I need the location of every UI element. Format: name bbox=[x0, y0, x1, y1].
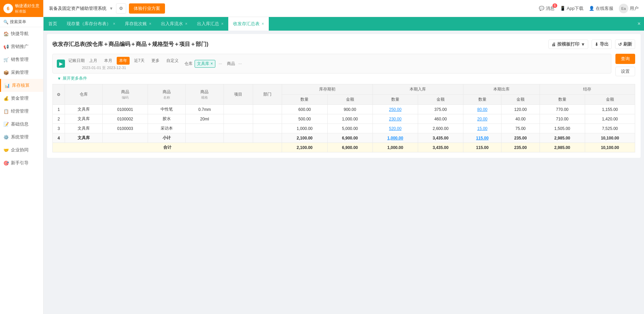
sidebar-item-operation[interactable]: 📋 经营管理 bbox=[0, 105, 43, 118]
page-title-row: 收发存汇总表(按仓库＋商品编码＋商品＋规格型号＋项目＋部门) 🖨 按模板打印 ▼… bbox=[52, 39, 635, 49]
tab-flow[interactable]: 出入库流水 × bbox=[156, 17, 192, 31]
table-row: 4文具库小计2,100.006,900.001,000.003,435.0011… bbox=[53, 133, 635, 143]
goods-more-btn[interactable]: ··· bbox=[237, 61, 243, 67]
row-settings: 4 bbox=[53, 133, 65, 143]
inventory-icon: 📊 bbox=[4, 83, 10, 88]
tab-close-batch-account[interactable]: × bbox=[149, 21, 151, 26]
user-menu[interactable]: Ea 用户 bbox=[619, 4, 639, 13]
query-section: 查询 设置 bbox=[615, 54, 635, 76]
tab-home[interactable]: 首页 bbox=[44, 17, 62, 31]
row-balance-qty: 2,985.00 bbox=[540, 133, 585, 143]
guide-icon: 🎯 bbox=[3, 160, 9, 166]
row-opening-amt: 5,000.00 bbox=[327, 124, 373, 133]
row-balance-qty: 1,505.00 bbox=[540, 124, 585, 133]
sidebar-item-system[interactable]: ⚙️ 系统管理 bbox=[0, 131, 43, 144]
date-btn-7days[interactable]: 近7天 bbox=[132, 57, 147, 65]
row-goods-spec: 0.7mm bbox=[185, 105, 224, 114]
sidebar-item-guide[interactable]: 🎯 新手引导 bbox=[0, 156, 43, 169]
sidebar-item-sales[interactable]: 🛒 销售管理 bbox=[0, 53, 43, 66]
tab-stock-distribution[interactable]: 现存量（库存分布表） × bbox=[62, 17, 120, 31]
query-button[interactable]: 查询 bbox=[615, 54, 635, 64]
row-balance-amt: 7,525.00 bbox=[585, 124, 635, 133]
row-out-qty[interactable]: 80.00 bbox=[463, 105, 501, 114]
warehouse-more-btn[interactable]: ··· bbox=[217, 61, 224, 67]
footer-opening-amt: 6,900.00 bbox=[327, 143, 373, 152]
row-in-qty[interactable]: 1,000.00 bbox=[373, 133, 418, 143]
sidebar-item-enterprise[interactable]: 🤝 企业协同 bbox=[0, 144, 43, 156]
row-in-qty[interactable]: 250.00 bbox=[373, 105, 418, 114]
row-goods-name: 采访本 bbox=[148, 124, 185, 133]
th-out-amt: 金额 bbox=[501, 95, 540, 105]
settings-button[interactable]: ⚙ bbox=[116, 3, 126, 14]
row-balance-amt: 1,420.00 bbox=[585, 114, 635, 124]
row-goods-name: 小计 bbox=[148, 133, 185, 143]
row-out-qty[interactable]: 15.00 bbox=[463, 124, 501, 133]
online-service-button[interactable]: 👤 在线客服 bbox=[589, 5, 613, 12]
sidebar-item-inventory[interactable]: 📊 库存核算 bbox=[0, 79, 43, 92]
tab-close-receipt-summary[interactable]: × bbox=[262, 21, 264, 26]
tab-receipt-summary[interactable]: 收发存汇总表 × bbox=[228, 17, 269, 31]
footer-in-qty: 1,000.00 bbox=[373, 143, 418, 152]
row-out-qty[interactable]: 115.00 bbox=[463, 133, 501, 143]
th-project: 项目 bbox=[224, 84, 253, 105]
app-download-button[interactable]: 📱 App下载 bbox=[560, 5, 583, 12]
row-settings: 3 bbox=[53, 124, 65, 133]
row-out-qty[interactable]: 20.00 bbox=[463, 114, 501, 124]
filter-toggle-button[interactable]: ▶ bbox=[57, 60, 65, 68]
row-goods-code: 0100001 bbox=[102, 105, 148, 114]
sidebar-item-finance[interactable]: 💰 资金管理 bbox=[0, 92, 43, 105]
date-btn-more[interactable]: 更多 bbox=[149, 57, 162, 65]
page-content: 收发存汇总表(按仓库＋商品编码＋商品＋规格型号＋项目＋部门) 🖨 按模板打印 ▼… bbox=[44, 31, 644, 314]
tab-close-summary[interactable]: × bbox=[221, 21, 224, 26]
page-panel: 收发存汇总表(按仓库＋商品编码＋商品＋规格型号＋项目＋部门) 🖨 按模板打印 ▼… bbox=[47, 34, 641, 158]
date-btn-this-year[interactable]: 本年 bbox=[117, 57, 130, 65]
tab-close-flow[interactable]: × bbox=[185, 21, 187, 26]
row-goods-name: 中性笔 bbox=[148, 105, 185, 114]
row-in-qty[interactable]: 230.00 bbox=[373, 114, 418, 124]
row-balance-amt: 10,100.00 bbox=[585, 133, 635, 143]
basic-icon: 📝 bbox=[3, 121, 9, 127]
marketing-icon: 📢 bbox=[3, 44, 9, 49]
row-opening-qty: 2,100.00 bbox=[282, 133, 327, 143]
message-icon: 💬 bbox=[539, 6, 544, 11]
table-footer-row: 合计 2,100.00 6,900.00 1,000.00 3,435.00 1… bbox=[53, 143, 635, 152]
row-settings: 1 bbox=[53, 105, 65, 114]
footer-balance-qty: 2,985.00 bbox=[540, 143, 585, 152]
export-button[interactable]: ⬇ 导出 bbox=[592, 39, 612, 49]
sidebar-item-basic[interactable]: 📝 基础信息 bbox=[0, 118, 43, 131]
print-button[interactable]: 🖨 按模板打印 ▼ bbox=[548, 39, 588, 49]
sidebar-item-quick-nav[interactable]: 🏠 快捷导航 bbox=[0, 27, 43, 40]
row-out-amt: 235.00 bbox=[501, 133, 540, 143]
row-in-qty[interactable]: 520.00 bbox=[373, 124, 418, 133]
print-icon: 🖨 bbox=[551, 42, 556, 47]
expand-conditions[interactable]: ▼ 展开更多条件 bbox=[57, 76, 611, 81]
message-button[interactable]: 💬 消息 6 bbox=[539, 5, 555, 12]
warehouse-tag-close[interactable]: × bbox=[211, 61, 213, 66]
export-icon: ⬇ bbox=[595, 42, 598, 47]
row-balance-qty: 710.00 bbox=[540, 114, 585, 124]
th-warehouse: 仓库 bbox=[65, 84, 103, 105]
date-btn-last-month[interactable]: 上月 bbox=[87, 57, 100, 65]
topbar-right: 💬 消息 6 📱 App下载 👤 在线客服 Ea 用户 bbox=[539, 4, 639, 13]
main-content: 装备及固定资产辅助管理系统 ▼ ⚙ 体验行业方案 💬 消息 6 📱 App下载 … bbox=[44, 0, 644, 314]
date-btn-custom[interactable]: 自定义 bbox=[164, 57, 181, 65]
row-goods-code: 0100002 bbox=[102, 114, 148, 124]
system-icon: ⚙️ bbox=[3, 134, 9, 140]
dropdown-icon: ▼ bbox=[109, 6, 113, 11]
sidebar-item-purchase[interactable]: 📦 采购管理 bbox=[0, 66, 43, 79]
sidebar-item-marketing[interactable]: 📢 营销推广 bbox=[0, 40, 43, 53]
service-icon: 👤 bbox=[589, 6, 594, 11]
enterprise-icon: 🤝 bbox=[3, 147, 9, 153]
tab-summary[interactable]: 出入库汇总 × bbox=[192, 17, 228, 31]
purchase-icon: 📦 bbox=[3, 70, 9, 75]
sidebar-item-search[interactable]: 🔍 搜索菜单 bbox=[0, 17, 43, 27]
date-btn-this-month[interactable]: 本月 bbox=[102, 57, 115, 65]
tab-close-stock-distribution[interactable]: × bbox=[113, 21, 115, 26]
close-all-button[interactable]: × bbox=[638, 21, 641, 27]
trial-button[interactable]: 体验行业方案 bbox=[129, 3, 165, 14]
settings-small-button[interactable]: 设置 bbox=[615, 67, 635, 76]
tab-batch-account[interactable]: 库存批次账 × bbox=[120, 17, 156, 31]
table-container: ⚙ 仓库 商品编码 商品名称 商品规格 项目 部门 库存期初 本期入库 本期出库… bbox=[52, 84, 635, 152]
finance-icon: 💰 bbox=[3, 96, 9, 101]
refresh-button[interactable]: ↺ 刷新 bbox=[615, 39, 635, 49]
